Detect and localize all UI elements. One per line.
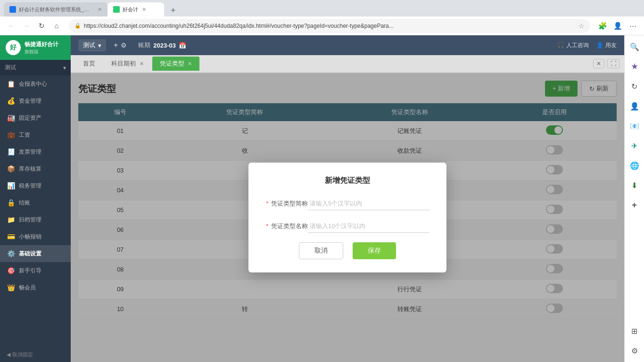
sidebar-item-label-invoice: 发票管理 xyxy=(19,148,41,156)
page-tab-voucher-type-label: 凭证类型 xyxy=(160,60,184,67)
form-label-abbr: * 凭证类型简称 xyxy=(265,199,308,208)
form-row-name: * 凭证类型名称 xyxy=(265,220,429,233)
tab1-close[interactable]: ✕ xyxy=(98,7,102,13)
assets-icon: 🏭 xyxy=(7,114,15,122)
home-button[interactable]: ⌂ xyxy=(50,19,63,33)
right-panel-download-button[interactable]: ⬇ xyxy=(627,178,642,193)
right-panel-grid-button[interactable]: ⊞ xyxy=(627,323,642,338)
address-text: https://cloud2.chanjet.com/accounting/uh… xyxy=(84,23,394,29)
sidebar-item-archive[interactable]: 📁 归档管理 xyxy=(0,211,71,228)
address-bar[interactable]: 🔒 https://cloud2.chanjet.com/accounting/… xyxy=(69,19,590,33)
page-tabs-bar: 首页 科目期初 ✕ 凭证类型 ✕ ✕ ⛶ xyxy=(71,55,624,73)
member-icon: 👑 xyxy=(7,283,15,292)
refresh-button[interactable]: ↻ xyxy=(35,19,48,33)
sidebar-item-salary[interactable]: 💼 工资 xyxy=(0,126,71,143)
page-tab-subject-period[interactable]: 科目期初 ✕ xyxy=(104,57,151,71)
sidebar-item-label-member: 畅会员 xyxy=(19,284,36,292)
header-actions: 🎧 人工咨询 👤 用友 xyxy=(557,41,617,49)
sidebar-item-label-assets: 固定资产 xyxy=(19,114,41,122)
sidebar-item-label-settings: 基础设置 xyxy=(19,250,41,258)
right-panel-search-button[interactable]: 🔍 xyxy=(627,39,642,54)
period-display: 账期 2023-03 📅 xyxy=(138,41,186,49)
workspace-selector[interactable]: 测试 ▾ xyxy=(78,39,106,51)
expand-panel-button[interactable]: ⛶ xyxy=(607,59,619,68)
profile-button[interactable]: 👤 xyxy=(611,19,624,33)
more-button[interactable]: ⋯ xyxy=(626,19,639,33)
right-panel: 🔍 ★ ↻ 👤 📧 ✈ 🌐 ⬇ + ⊞ ⚙ xyxy=(624,35,644,362)
logo-text: 畅捷通好合计 xyxy=(25,41,58,49)
minimize-panel-button[interactable]: ✕ xyxy=(593,59,604,68)
sidebar-item-inventory[interactable]: 📦 库存核算 xyxy=(0,160,71,177)
invoice-icon: 🧾 xyxy=(7,148,15,156)
lock-icon: 🔒 xyxy=(74,23,81,29)
tax-icon: 📊 xyxy=(7,181,15,190)
abbr-input[interactable] xyxy=(308,197,429,210)
header-tools: + ⚙ xyxy=(114,41,127,49)
modal-overlay[interactable]: 新增凭证类型 * 凭证类型简称 * 凭证类型名称 xyxy=(71,73,624,362)
app-header: 测试 ▾ + ⚙ 账期 2023-03 📅 🎧 人工咨询 👤 用友 xyxy=(71,35,624,55)
right-panel-plus-button[interactable]: + xyxy=(627,197,642,213)
back-button[interactable]: ← xyxy=(5,19,18,33)
save-button[interactable]: 保存 xyxy=(353,242,396,259)
right-panel-send-button[interactable]: ✈ xyxy=(627,138,642,153)
tab2-close[interactable]: ✕ xyxy=(142,7,146,13)
settings-gear-button[interactable]: ⚙ xyxy=(121,41,127,49)
page-tab-subject-period-label: 科目期初 xyxy=(111,60,136,67)
sidebar-item-assets[interactable]: 🏭 固定资产 xyxy=(0,109,71,126)
name-input[interactable] xyxy=(308,220,429,233)
bookmark-icon[interactable]: ☆ xyxy=(578,22,585,30)
calendar-icon[interactable]: 📅 xyxy=(179,42,186,49)
sidebar: 好 畅捷通好合计 旗舰版 测试 ▾ 📋 会报表中心 💰 资金管理 🏭 固定资产 xyxy=(0,35,71,362)
guide-icon: 🎯 xyxy=(7,266,15,275)
main-content-area: 测试 ▾ + ⚙ 账期 2023-03 📅 🎧 人工咨询 👤 用友 xyxy=(71,35,624,362)
settings-icon: ⚙️ xyxy=(7,249,15,258)
sidebar-item-checkout[interactable]: 🔒 结账 xyxy=(0,194,71,211)
page-tab-subject-period-close-icon[interactable]: ✕ xyxy=(140,61,144,66)
page-tab-voucher-type[interactable]: 凭证类型 ✕ xyxy=(152,57,200,71)
add-workspace-button[interactable]: + xyxy=(114,41,118,49)
expense-icon: 💳 xyxy=(7,232,15,241)
sidebar-menu: 📋 会报表中心 💰 资金管理 🏭 固定资产 💼 工资 🧾 发票管理 📦 xyxy=(0,75,71,347)
sidebar-item-label-capital: 资金管理 xyxy=(19,97,41,105)
sidebar-item-expense[interactable]: 💳 小畅报销 xyxy=(0,228,71,245)
sidebar-item-label-archive: 归档管理 xyxy=(19,216,41,224)
pin-icon: ◀ xyxy=(7,352,10,358)
tab1-label: 好会计云财务软件管理系统_会计 xyxy=(19,6,94,13)
sidebar-item-tax[interactable]: 📊 税务管理 xyxy=(0,177,71,194)
sidebar-item-label-salary: 工资 xyxy=(19,131,30,139)
sidebar-item-capital[interactable]: 💰 资金管理 xyxy=(0,92,71,109)
browser-tab-2[interactable]: 好会计 ✕ xyxy=(107,2,164,16)
inventory-icon: 📦 xyxy=(7,165,15,173)
sidebar-item-guide[interactable]: 🎯 新手引导 xyxy=(0,262,71,279)
sidebar-item-label-inventory: 库存核算 xyxy=(19,165,41,173)
salary-icon: 💼 xyxy=(7,131,15,139)
sidebar-logo: 好 畅捷通好合计 旗舰版 xyxy=(0,35,71,60)
sidebar-cancel-pin[interactable]: ◀ 取消固定 xyxy=(0,347,71,362)
extensions-button[interactable]: 🧩 xyxy=(596,19,609,33)
right-panel-star-button[interactable]: ★ xyxy=(627,59,642,74)
dashboard-icon: 📋 xyxy=(7,80,15,88)
consult-label: 人工咨询 xyxy=(566,41,589,49)
sidebar-item-label-checkout: 结账 xyxy=(19,199,30,207)
new-tab-button[interactable]: + xyxy=(168,5,179,16)
forward-button[interactable]: → xyxy=(20,19,33,33)
cancel-button[interactable]: 取消 xyxy=(299,242,343,259)
browser-tab-1[interactable]: 好会计云财务软件管理系统_会计 ✕ xyxy=(4,2,107,16)
logo-text-area: 畅捷通好合计 旗舰版 xyxy=(25,41,58,55)
sidebar-item-member[interactable]: 👑 畅会员 xyxy=(0,279,71,296)
right-panel-person-button[interactable]: 👤 xyxy=(627,99,642,114)
page-tab-home[interactable]: 首页 xyxy=(75,57,103,71)
modal-actions: 取消 保存 xyxy=(265,242,429,259)
right-panel-globe-button[interactable]: 🌐 xyxy=(627,158,642,173)
add-voucher-type-modal: 新增凭证类型 * 凭证类型简称 * 凭证类型名称 xyxy=(248,163,446,272)
right-panel-outlook-button[interactable]: 📧 xyxy=(627,118,642,133)
consult-button[interactable]: 🎧 人工咨询 xyxy=(557,41,589,49)
sidebar-item-invoice[interactable]: 🧾 发票管理 xyxy=(0,143,71,160)
user-button[interactable]: 👤 用友 xyxy=(596,41,617,49)
right-panel-sync-button[interactable]: ↻ xyxy=(627,79,642,94)
sidebar-item-settings[interactable]: ⚙️ 基础设置 xyxy=(0,245,71,262)
page-tab-voucher-type-close-icon[interactable]: ✕ xyxy=(188,61,192,66)
right-panel-gear-button[interactable]: ⚙ xyxy=(627,343,642,358)
sidebar-item-dashboard[interactable]: 📋 会报表中心 xyxy=(0,75,71,92)
sidebar-workspace-selector[interactable]: 测试 ▾ xyxy=(0,60,71,75)
